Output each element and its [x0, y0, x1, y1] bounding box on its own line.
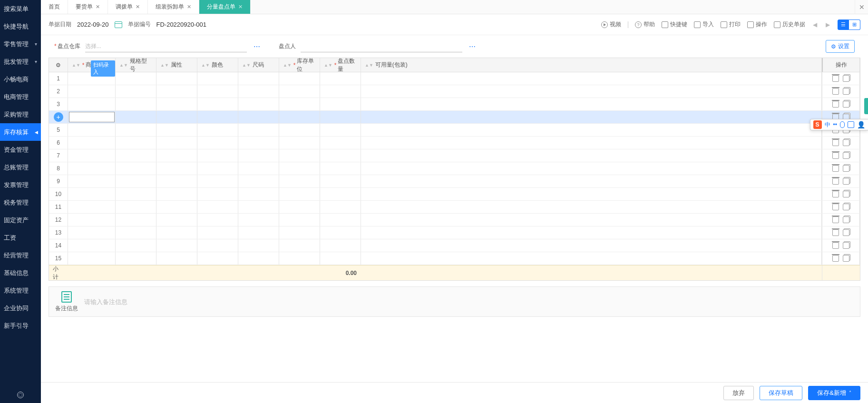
cell[interactable] [156, 252, 197, 265]
th-gear[interactable]: ⚙ [49, 58, 68, 72]
cell[interactable] [238, 162, 279, 175]
cell[interactable] [279, 149, 320, 162]
cell[interactable] [116, 137, 156, 149]
close-icon[interactable]: ✕ [238, 4, 243, 10]
cell-product[interactable] [68, 124, 116, 136]
cell[interactable] [361, 137, 822, 149]
copy-icon[interactable] [843, 255, 849, 262]
cell[interactable] [116, 214, 156, 226]
copy-icon[interactable] [843, 216, 849, 223]
tool-history[interactable]: 历史单据 [774, 20, 805, 29]
cell-product[interactable] [68, 111, 116, 123]
close-icon[interactable]: ✕ [187, 4, 191, 10]
tab-stocktake[interactable]: 分量盘点单✕ [199, 0, 251, 14]
date-value[interactable]: 2022-09-20 [77, 21, 109, 28]
cell[interactable] [197, 188, 238, 200]
sidebar-item-tax[interactable]: 税务管理 [0, 194, 41, 211]
cell[interactable] [116, 149, 156, 162]
delete-icon[interactable] [832, 191, 839, 197]
cell[interactable] [156, 124, 197, 136]
cell[interactable] [361, 214, 822, 226]
cell[interactable] [320, 111, 361, 123]
cell[interactable] [279, 226, 320, 239]
cell[interactable] [116, 98, 156, 110]
sidebar-item-ledger[interactable]: 总账管理 [0, 158, 41, 176]
cell[interactable] [361, 188, 822, 200]
cell[interactable] [116, 72, 156, 85]
cell[interactable] [279, 98, 320, 110]
cell[interactable] [238, 98, 279, 110]
tab-transfer[interactable]: 调拨单✕ [108, 0, 148, 14]
cell[interactable] [361, 124, 822, 136]
cell[interactable] [320, 252, 361, 265]
copy-icon[interactable] [843, 88, 849, 95]
cell[interactable] [156, 111, 197, 123]
cell[interactable] [361, 239, 822, 252]
table-row[interactable]: 7 [49, 149, 860, 162]
tool-import[interactable]: 导入 [694, 20, 714, 29]
cell[interactable] [197, 137, 238, 149]
table-row[interactable]: 10 [49, 188, 860, 201]
cell[interactable] [320, 124, 361, 136]
cell[interactable] [238, 226, 279, 239]
add-row-button[interactable]: + [54, 112, 63, 122]
cell[interactable] [361, 72, 822, 85]
cell[interactable] [238, 137, 279, 149]
cell[interactable] [197, 175, 238, 187]
close-icon[interactable]: ✕ [96, 4, 100, 10]
cell[interactable] [156, 137, 197, 149]
nav-next[interactable]: ▶ [825, 21, 831, 28]
cell[interactable] [197, 214, 238, 226]
cell[interactable] [320, 214, 361, 226]
table-row[interactable]: 14 [49, 239, 860, 252]
sidebar-item-guide[interactable]: 新手引导 [0, 317, 41, 334]
table-row[interactable]: 12 [49, 214, 860, 226]
delete-icon[interactable] [832, 216, 839, 223]
cell[interactable] [238, 214, 279, 226]
cell[interactable] [116, 252, 156, 265]
cell[interactable] [238, 72, 279, 85]
cell[interactable] [116, 85, 156, 98]
delete-icon[interactable] [832, 152, 839, 159]
cell[interactable] [156, 98, 197, 110]
cell[interactable] [156, 201, 197, 213]
cell[interactable] [361, 175, 822, 187]
cell[interactable] [156, 72, 197, 85]
cell[interactable] [361, 162, 822, 175]
cell[interactable] [279, 162, 320, 175]
cell[interactable] [116, 188, 156, 200]
sidebar-item-fixed-assets[interactable]: 固定资产 [0, 211, 41, 229]
cell[interactable] [320, 188, 361, 200]
cell[interactable] [238, 201, 279, 213]
cell[interactable] [279, 72, 320, 85]
warehouse-input[interactable] [85, 41, 247, 52]
cell[interactable] [156, 175, 197, 187]
ime-punct[interactable]: •• [833, 121, 837, 128]
cell[interactable] [116, 239, 156, 252]
cell[interactable] [361, 149, 822, 162]
sidebar-item-salary[interactable]: 工资 [0, 229, 41, 246]
settings-button[interactable]: ⚙设置 [826, 40, 855, 53]
copy-icon[interactable] [843, 75, 849, 82]
table-row[interactable]: 13 [49, 226, 860, 239]
save-draft-button[interactable]: 保存草稿 [760, 386, 802, 400]
keyboard-icon[interactable] [848, 121, 854, 128]
person-picker[interactable]: ⋯ [469, 43, 475, 50]
table-row[interactable]: 2 [49, 85, 860, 98]
person-input[interactable] [301, 41, 462, 52]
sidebar-item-basic[interactable]: 基础信息 [0, 264, 41, 282]
table-row[interactable]: 11 [49, 201, 860, 214]
cell[interactable] [320, 226, 361, 239]
cell[interactable] [156, 85, 197, 98]
cell[interactable] [197, 111, 238, 123]
cell[interactable] [279, 188, 320, 200]
cell[interactable] [320, 201, 361, 213]
cell[interactable] [279, 175, 320, 187]
cell[interactable] [238, 188, 279, 200]
cell[interactable] [156, 188, 197, 200]
delete-icon[interactable] [832, 178, 839, 185]
copy-icon[interactable] [843, 165, 849, 172]
copy-icon[interactable] [843, 178, 849, 185]
copy-icon[interactable] [843, 101, 849, 108]
sidebar-item-system[interactable]: 系统管理 [0, 282, 41, 299]
